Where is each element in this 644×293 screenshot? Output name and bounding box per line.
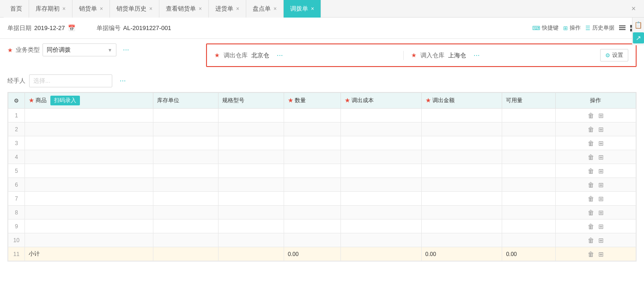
tab-inventory-init-close[interactable]: × — [62, 6, 66, 12]
copy-icon-5[interactable]: ⊞ — [598, 167, 604, 175]
row-10-qty[interactable] — [284, 233, 340, 247]
row-4-product[interactable] — [25, 150, 153, 164]
calendar-icon[interactable]: 📅 — [68, 24, 75, 31]
row-8-qty[interactable] — [284, 206, 340, 220]
row-4-cost[interactable] — [340, 150, 421, 164]
row-8-amount[interactable] — [421, 206, 502, 220]
row-2-qty[interactable] — [284, 122, 340, 136]
row-4-unit[interactable] — [153, 150, 219, 164]
row-2-spec[interactable] — [219, 122, 284, 136]
out-warehouse-more[interactable]: ··· — [277, 51, 283, 60]
copy-icon-8[interactable]: ⊞ — [598, 209, 604, 216]
row-4-amount[interactable] — [421, 150, 502, 164]
row-10-spec[interactable] — [219, 233, 284, 247]
row-1-available[interactable] — [502, 109, 555, 122]
row-9-qty[interactable] — [284, 220, 340, 233]
row-3-available[interactable] — [502, 136, 555, 150]
delete-icon-3[interactable]: 🗑 — [588, 140, 594, 147]
row-10-cost[interactable] — [340, 233, 421, 247]
row-11-amount[interactable]: 0.00 — [421, 247, 502, 261]
row-5-available[interactable] — [502, 164, 555, 178]
copy-icon-4[interactable]: ⊞ — [598, 153, 604, 161]
row-5-unit[interactable] — [153, 164, 219, 178]
row-1-qty[interactable] — [284, 109, 340, 122]
business-type-select[interactable]: 同价调拨 ▼ — [43, 43, 116, 56]
row-2-product[interactable] — [25, 122, 153, 136]
row-4-spec[interactable] — [219, 150, 284, 164]
row-5-amount[interactable] — [421, 164, 502, 178]
row-11-unit[interactable] — [153, 247, 219, 261]
row-3-spec[interactable] — [219, 136, 284, 150]
row-3-unit[interactable] — [153, 136, 219, 150]
row-6-product[interactable] — [25, 178, 153, 192]
row-5-cost[interactable] — [340, 164, 421, 178]
settings-button[interactable]: ⚙ 设置 — [600, 49, 628, 61]
row-4-available[interactable] — [502, 150, 555, 164]
delete-icon-4[interactable]: 🗑 — [588, 153, 594, 161]
row-6-available[interactable] — [502, 178, 555, 192]
tab-purchase-close[interactable]: × — [236, 6, 239, 12]
in-warehouse-more[interactable]: ··· — [474, 51, 480, 60]
row-11-available[interactable]: 0.00 — [502, 247, 555, 261]
row-1-amount[interactable] — [421, 109, 502, 122]
operations-btn[interactable]: ⊞ 操作 — [563, 24, 581, 32]
tab-transfer[interactable]: 调拨单 × — [284, 0, 321, 18]
col-gear[interactable]: ⚙ — [8, 93, 25, 109]
row-9-unit[interactable] — [153, 220, 219, 233]
row-2-unit[interactable] — [153, 122, 219, 136]
shortcuts-btn[interactable]: ⌨ 快捷键 — [532, 24, 559, 32]
delete-icon-2[interactable]: 🗑 — [588, 126, 594, 133]
row-7-product[interactable] — [25, 192, 153, 206]
delete-icon-8[interactable]: 🗑 — [588, 209, 594, 216]
row-6-unit[interactable] — [153, 178, 219, 192]
row-8-product[interactable] — [25, 206, 153, 220]
handler-more[interactable]: ··· — [120, 77, 126, 85]
business-type-more[interactable]: ··· — [123, 46, 129, 54]
tab-inventory-check-close[interactable]: × — [273, 6, 277, 12]
row-1-cost[interactable] — [340, 109, 421, 122]
copy-icon-11[interactable]: ⊞ — [598, 250, 604, 258]
row-6-qty[interactable] — [284, 178, 340, 192]
row-5-qty[interactable] — [284, 164, 340, 178]
row-11-spec[interactable] — [219, 247, 284, 261]
row-7-amount[interactable] — [421, 192, 502, 206]
copy-icon-6[interactable]: ⊞ — [598, 181, 604, 189]
row-3-qty[interactable] — [284, 136, 340, 150]
row-7-unit[interactable] — [153, 192, 219, 206]
row-3-amount[interactable] — [421, 136, 502, 150]
row-5-product[interactable] — [25, 164, 153, 178]
row-2-available[interactable] — [502, 122, 555, 136]
tab-view-sales-close[interactable]: × — [199, 6, 202, 12]
row-6-spec[interactable] — [219, 178, 284, 192]
row-7-qty[interactable] — [284, 192, 340, 206]
row-6-cost[interactable] — [340, 178, 421, 192]
sidebar-notes-icon[interactable]: 📋 — [633, 19, 644, 31]
tab-transfer-close[interactable]: × — [311, 6, 314, 12]
row-3-product[interactable] — [25, 136, 153, 150]
history-btn[interactable]: ☰ 历史单据 — [585, 24, 614, 32]
delete-icon-7[interactable]: 🗑 — [588, 195, 594, 202]
row-10-product[interactable] — [25, 233, 153, 247]
row-10-unit[interactable] — [153, 233, 219, 247]
tab-sales-history-close[interactable]: × — [149, 6, 152, 12]
scan-button[interactable]: 扫码录入 — [50, 96, 80, 105]
row-9-amount[interactable] — [421, 220, 502, 233]
tab-inventory-init[interactable]: 库存期初 × — [29, 0, 73, 18]
row-8-spec[interactable] — [219, 206, 284, 220]
row-3-cost[interactable] — [340, 136, 421, 150]
row-10-amount[interactable] — [421, 233, 502, 247]
delete-icon-9[interactable]: 🗑 — [588, 223, 594, 230]
row-8-available[interactable] — [502, 206, 555, 220]
tab-sales-order-close[interactable]: × — [100, 6, 103, 12]
row-4-qty[interactable] — [284, 150, 340, 164]
close-all-tabs[interactable]: × — [627, 5, 640, 13]
row-11-qty[interactable]: 0.00 — [284, 247, 340, 261]
row-9-available[interactable] — [502, 220, 555, 233]
tab-home[interactable]: 首页 — [4, 0, 29, 18]
row-9-cost[interactable] — [340, 220, 421, 233]
row-1-unit[interactable] — [153, 109, 219, 122]
delete-icon-10[interactable]: 🗑 — [588, 237, 594, 244]
row-10-available[interactable] — [502, 233, 555, 247]
copy-icon-3[interactable]: ⊞ — [598, 140, 604, 147]
out-warehouse-value[interactable]: 北京仓 — [251, 51, 269, 60]
